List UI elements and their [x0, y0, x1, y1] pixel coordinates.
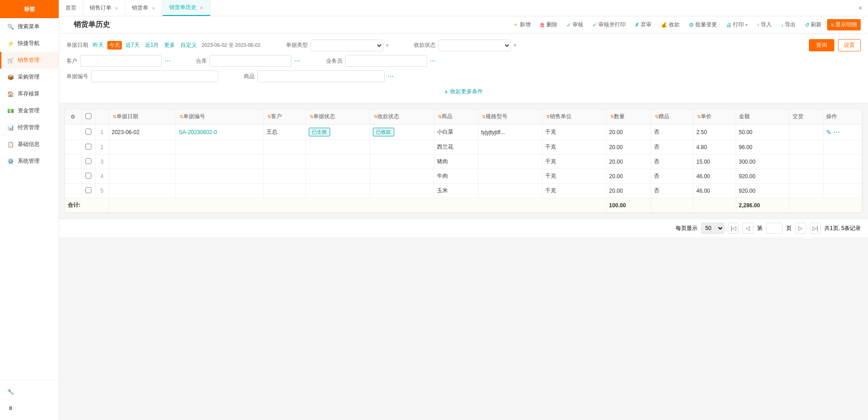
col-doc-no[interactable]: ⇅单据编号	[176, 109, 264, 125]
gear-icon: ⚙️	[7, 158, 14, 165]
col-unit[interactable]: ⇅销售单位	[542, 109, 606, 125]
delete-button[interactable]: 🗑 删除	[536, 19, 561, 30]
edit-icon[interactable]: ✎	[826, 129, 832, 136]
goods-input[interactable]	[257, 70, 385, 82]
doc-number-input[interactable]	[91, 70, 218, 82]
sidebar-item-sales-mgmt[interactable]: 🛒 销售管理	[0, 52, 59, 69]
col-setting[interactable]: ⚙	[65, 109, 81, 125]
cell-checkbox[interactable]	[81, 140, 95, 155]
col-goods[interactable]: ⇅商品	[434, 109, 478, 125]
query-setting-group: 查询 设置	[809, 39, 861, 51]
audit-print-button[interactable]: ✓ 审核并打印	[589, 19, 629, 30]
tab-sales-delivery[interactable]: 销货单 ×	[125, 0, 162, 16]
tab-home[interactable]: 首页	[59, 0, 83, 16]
cell-checkbox[interactable]	[81, 169, 95, 184]
batch-change-button[interactable]: ⚙ 批量变更	[685, 19, 721, 30]
select-all-checkbox[interactable]	[85, 113, 91, 119]
customer-ellipsis[interactable]: ···	[165, 57, 171, 65]
first-page-button[interactable]: |◁	[728, 223, 739, 234]
sort-customer-icon: ⇅	[267, 114, 271, 119]
cell-doc-no[interactable]: SA-20230602-0	[176, 125, 264, 140]
sidebar-item-purchase-mgmt[interactable]: 📦 采购管理	[0, 69, 59, 85]
col-customer[interactable]: ⇅客户	[263, 109, 306, 125]
print-button[interactable]: 🖨 打印 ▾	[722, 19, 751, 30]
new-button[interactable]: ＋ 新增	[509, 19, 534, 30]
receive-button[interactable]: 💰 收款	[657, 19, 683, 30]
tabbar-close-all[interactable]: ✕	[853, 5, 868, 11]
salesperson-ellipsis[interactable]: ···	[430, 57, 436, 65]
cell-date	[109, 155, 176, 169]
sidebar-item-basic-info[interactable]: 📋 基础信息	[0, 136, 59, 153]
tab-sales-delivery-close[interactable]: ×	[151, 5, 156, 11]
cell-doc-no[interactable]	[176, 155, 264, 169]
sidebar-item-collapse[interactable]: ⏸	[0, 400, 59, 416]
table-row: 2 西兰花 千克 20.00 否 4.80 96.00	[65, 140, 862, 155]
cell-actions	[823, 140, 862, 155]
tab-sales-history[interactable]: 销货单历史 ×	[163, 0, 211, 16]
total-label: 合计:	[65, 198, 109, 213]
cell-doc-no[interactable]	[176, 140, 264, 155]
col-payment-status[interactable]: ⇅收款状态	[370, 109, 434, 125]
query-button[interactable]: 查询	[809, 39, 834, 51]
sidebar-item-search-menu[interactable]: 🔍 搜索菜单	[0, 18, 59, 35]
date-custom[interactable]: 自定义	[179, 41, 199, 50]
cell-doc-no[interactable]	[176, 184, 264, 198]
cell-transaction	[790, 140, 823, 155]
page-input[interactable]: 1	[766, 223, 783, 234]
col-quantity[interactable]: ⇅数量	[606, 109, 651, 125]
col-gift[interactable]: ⇅赠品	[651, 109, 693, 125]
refresh-button[interactable]: ↺ 刷新	[801, 19, 825, 30]
per-page-select[interactable]: 50 100	[701, 223, 724, 234]
col-doc-status[interactable]: ⇅单据状态	[306, 109, 370, 125]
sidebar-item-operations[interactable]: 📊 经营管理	[0, 119, 59, 136]
cell-quantity: 20.00	[606, 155, 651, 169]
collapse-more-button[interactable]: ∧ 收起更多条件	[66, 86, 861, 97]
home-icon: 🏠	[7, 90, 14, 98]
date-7days[interactable]: 近7天	[124, 41, 141, 50]
sidebar-item-settings-bottom[interactable]: 🔧	[0, 384, 59, 400]
cell-checkbox[interactable]	[81, 125, 95, 140]
customer-input[interactable]	[80, 55, 162, 67]
next-page-button[interactable]: ▷	[795, 223, 806, 234]
tab-sales-history-close[interactable]: ×	[199, 5, 204, 10]
tab-home-label: 首页	[65, 4, 76, 12]
cell-doc-no[interactable]	[176, 169, 264, 184]
col-unit-price[interactable]: ⇅单价	[693, 109, 736, 125]
sidebar-item-finance[interactable]: 💵 资金管理	[0, 102, 59, 119]
date-1month[interactable]: 近1月	[143, 41, 161, 50]
audit-button[interactable]: ✓ 审核	[563, 19, 587, 30]
date-more[interactable]: 更多	[162, 41, 177, 50]
abandon-button[interactable]: ✗ 弃审	[631, 19, 655, 30]
more-icon[interactable]: ⋯	[833, 129, 840, 136]
sidebar-item-quick-nav[interactable]: ⚡ 快捷导航	[0, 35, 59, 52]
goods-ellipsis[interactable]: ···	[387, 73, 393, 80]
sidebar-item-system-mgmt[interactable]: ⚙️ 系统管理	[0, 153, 59, 170]
tab-sales-order[interactable]: 销售订单 ×	[83, 0, 125, 16]
date-yesterday[interactable]: 昨天	[91, 41, 105, 50]
cell-checkbox[interactable]	[81, 184, 95, 198]
date-today[interactable]: 今天	[107, 41, 122, 50]
import-button[interactable]: ↑ 导入	[753, 19, 775, 30]
tab-sales-order-close[interactable]: ×	[114, 5, 119, 11]
col-spec[interactable]: ⇅规格型号	[478, 109, 542, 125]
salesperson-input[interactable]	[345, 55, 427, 67]
export-button[interactable]: ↓ 导出	[777, 19, 799, 30]
prev-page-button[interactable]: ◁	[743, 223, 753, 234]
page-suffix: 页	[786, 225, 792, 232]
show-detail-button[interactable]: ≡ 显示明细	[827, 19, 861, 30]
setting-button[interactable]: 设置	[838, 39, 861, 51]
cell-goods: 西兰花	[434, 140, 478, 155]
last-page-button[interactable]: ▷|	[810, 223, 821, 234]
cell-actions: ✎ ⋯	[823, 125, 862, 140]
col-date[interactable]: ⇅单据日期	[109, 109, 176, 125]
sidebar-item-inventory[interactable]: 🏠 库存核算	[0, 85, 59, 102]
warehouse-ellipsis[interactable]: ···	[294, 57, 300, 65]
table-row: 3 猪肉 千克 20.00 否 15.00 300.00	[65, 155, 862, 169]
warehouse-input[interactable]	[210, 55, 291, 67]
main-area: 首页 销售订单 × 销货单 × 销货单历史 × ✕ 销货单历史 ＋ 新增 🗑 删…	[59, 0, 868, 420]
sidebar-item-label: 采购管理	[18, 73, 40, 81]
cell-checkbox[interactable]	[81, 155, 95, 169]
cell-quantity: 20.00	[606, 169, 651, 184]
payment-status-select[interactable]	[438, 40, 511, 51]
doc-type-select[interactable]	[311, 40, 383, 51]
